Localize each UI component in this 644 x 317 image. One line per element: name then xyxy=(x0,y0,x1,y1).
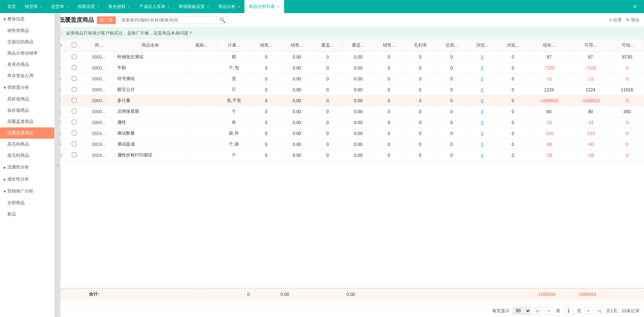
page-number-input[interactable] xyxy=(563,307,574,314)
row-code: 0000... xyxy=(83,52,115,63)
sidebar-item-low-value[interactable]: 低价值商品 xyxy=(0,105,54,116)
sidebar-item-all-goods[interactable]: 全部商品 xyxy=(0,197,54,209)
nav-sales-order[interactable]: 销货单 × xyxy=(20,0,47,13)
col-trade-header[interactable]: 交易... xyxy=(436,39,467,52)
search-icon[interactable]: 🔍 xyxy=(219,17,225,23)
chevron-down-icon: ▾ xyxy=(4,17,6,22)
col-gross-rate-header[interactable]: 毛利率 xyxy=(404,39,436,52)
totals-sales-qty: 0 xyxy=(230,289,267,300)
row-select-checkbox[interactable] xyxy=(72,98,76,103)
row-select-checkbox[interactable] xyxy=(72,120,76,124)
sidebar-item-inventory-capital[interactable]: 库存资金占用 xyxy=(0,70,54,82)
row-select-checkbox[interactable] xyxy=(72,76,76,81)
window-close-button[interactable]: × xyxy=(628,3,641,11)
row-browse1[interactable]: 0 xyxy=(467,95,498,106)
col-browse1-header[interactable]: 浏览... xyxy=(467,39,498,52)
col-available-header[interactable]: 可用... xyxy=(570,39,611,52)
sidebar-item-in-stock-goods[interactable]: 有库存商品 xyxy=(0,59,54,70)
sidebar-item-category-sales-rate[interactable]: 商品分类动销率 xyxy=(0,48,54,59)
sidebar-section-circulation[interactable]: ▸ 流通性分析 xyxy=(0,161,54,173)
nav-close-icon[interactable]: × xyxy=(128,4,130,9)
row-browse1[interactable]: 0 xyxy=(467,150,498,161)
col-code-header[interactable]: 商... xyxy=(83,39,115,52)
row-select-checkbox[interactable] xyxy=(72,87,76,92)
col-current-header[interactable]: 现有... xyxy=(528,39,570,52)
row-sales-ord: 0 xyxy=(374,63,404,74)
period-button[interactable]: 近一月 xyxy=(97,16,116,24)
row-code: 0000... xyxy=(83,117,115,128)
data-table-wrapper: ⚙ 商... 商品名称 规格... 计量... 销售... 销售... 覆盖..… xyxy=(55,39,644,288)
nav-permission-settings[interactable]: 权限设置 × xyxy=(73,0,104,13)
sidebar-item-high-profit[interactable]: 高毛利商品 xyxy=(0,139,54,150)
row-browse1[interactable]: 0 xyxy=(467,84,498,95)
row-sellable: 0: xyxy=(611,117,644,128)
sidebar-item-high-coverage[interactable]: 高覆盖度商品 xyxy=(0,116,54,127)
page-size-select[interactable]: 50 20 100 xyxy=(513,307,531,315)
sidebar-section-marketing[interactable]: ▾ 营销推广分析 xyxy=(0,185,54,197)
export-button[interactable]: ↻ 导出 xyxy=(626,17,640,23)
nav-close-icon[interactable]: × xyxy=(207,4,209,9)
col-unit-header[interactable]: 计量... xyxy=(217,39,251,52)
page-next-button[interactable]: > xyxy=(584,307,592,315)
nav-close-icon[interactable]: × xyxy=(238,4,240,9)
row-sales-qty: 0 xyxy=(251,139,282,150)
sidebar-collapse-button[interactable]: « xyxy=(55,13,60,317)
select-all-checkbox[interactable] xyxy=(72,43,76,47)
row-select-checkbox[interactable] xyxy=(72,54,76,59)
row-available: -1089510 xyxy=(570,95,611,106)
row-sales-ord: 0 xyxy=(374,117,404,128)
sidebar-item-new-goods[interactable]: 新品 xyxy=(0,209,54,220)
horizontal-scrollbar[interactable] xyxy=(55,300,644,304)
sidebar-item-traded-goods[interactable]: 交易过的商品 xyxy=(0,36,54,48)
row-browse1[interactable]: 0 xyxy=(467,128,498,139)
col-coverage2-header[interactable]: 覆盖... xyxy=(343,39,373,52)
row-browse1[interactable]: 0 xyxy=(467,63,498,74)
nav-close-icon[interactable]: × xyxy=(66,4,68,9)
nav-template-settings[interactable]: 单据模板设置 × xyxy=(174,0,213,13)
row-select-checkbox[interactable] xyxy=(72,65,76,70)
row-select-checkbox[interactable] xyxy=(72,142,76,146)
row-spec xyxy=(186,84,217,95)
row-browse1[interactable]: 0 xyxy=(467,106,498,117)
page-first-button[interactable]: |< xyxy=(534,307,542,315)
col-browse2-header[interactable]: 浏览... xyxy=(498,39,528,52)
row-browse1[interactable]: 0 xyxy=(467,74,498,84)
sidebar-item-sales-goods[interactable]: 销售类商品 xyxy=(0,25,54,36)
sidebar-section-growth[interactable]: ▸ 成长性分析 xyxy=(0,173,54,185)
nav-close-icon[interactable]: × xyxy=(168,4,170,9)
row-current: -210 xyxy=(528,128,570,139)
search-input[interactable] xyxy=(121,17,219,23)
nav-product-analysis[interactable]: 商品分析 × xyxy=(214,0,244,13)
nav-close-icon[interactable]: × xyxy=(277,4,279,9)
page-last-button[interactable]: >| xyxy=(595,307,603,315)
sidebar-section-overall[interactable]: ▾ 整体信息 xyxy=(0,13,54,25)
share-button[interactable]: ⎋ 分享 xyxy=(609,17,622,23)
totals-sales-amt: 0.00 xyxy=(267,289,303,300)
sidebar-item-low-profit[interactable]: 低毛利商品 xyxy=(0,150,54,161)
sidebar-item-high-value[interactable]: 高价值商品 xyxy=(0,94,54,105)
page-prev-button[interactable]: < xyxy=(545,307,553,315)
col-coverage1-header[interactable]: 覆盖... xyxy=(312,39,343,52)
row-code: 0024... xyxy=(83,139,115,150)
nav-role-auth[interactable]: 角色授权 × xyxy=(104,0,134,13)
row-select-checkbox[interactable] xyxy=(72,152,76,157)
nav-close-icon[interactable]: × xyxy=(97,4,99,9)
sidebar-section-cluster[interactable]: ▾ 类群度分析 xyxy=(0,82,54,94)
col-sales-qty-header[interactable]: 销售... xyxy=(251,39,282,52)
row-browse1[interactable]: 0 xyxy=(467,117,498,128)
row-select-checkbox[interactable] xyxy=(72,109,76,114)
nav-close-icon[interactable]: × xyxy=(40,4,42,9)
col-sales-order-header[interactable]: 销售... xyxy=(374,39,404,52)
col-name-header[interactable]: 商品名称 xyxy=(115,39,186,52)
nav-product-inbound[interactable]: 产成品入库单 × xyxy=(135,0,174,13)
nav-home[interactable]: 首页 xyxy=(3,0,20,13)
row-browse1[interactable]: 0 xyxy=(467,139,498,150)
nav-purchase-order[interactable]: 进货单 × xyxy=(47,0,73,13)
nav-product-analysis-list[interactable]: 商品分析列表 × xyxy=(244,0,284,13)
col-sellable-header[interactable]: 可销... xyxy=(611,39,644,52)
col-spec-header[interactable]: 规格... xyxy=(186,39,217,52)
sidebar-item-low-coverage[interactable]: 低覆盖度商品 xyxy=(0,127,54,139)
row-browse1[interactable]: 0 xyxy=(467,52,498,63)
row-select-checkbox[interactable] xyxy=(72,131,76,135)
col-sales-amt-header[interactable]: 销售... xyxy=(282,39,312,52)
